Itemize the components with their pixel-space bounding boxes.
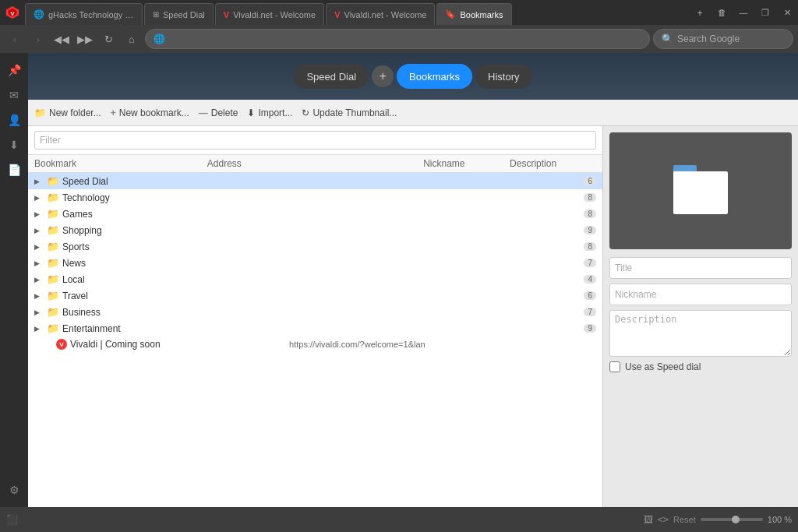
download-icon: ⬇ [247,107,255,118]
folder-icon: 📁 [47,273,59,285]
sidebar-icon-speeddial[interactable]: 📌 [3,59,25,81]
new-folder-button[interactable]: 📁 New folder... [34,107,101,118]
trash-icon[interactable]: 🗑 [711,2,733,23]
title-input[interactable] [609,257,792,279]
table-row[interactable]: ▶ 📁 Sports 8 [28,238,602,255]
main-layout: 📌 ✉ 👤 ⬇ 📄 ⚙ Speed Dial + Bookmarks Histo… [0,53,798,507]
bookmarks-toolbar: 📁 New folder... + New bookmark... — Dele… [28,100,798,126]
table-row[interactable]: ▶ 📁 Entertainment 9 [28,320,602,336]
tab-label: Vivaldi.net - Welcome [344,10,427,19]
status-icon-left: ⬛ [6,514,18,525]
bookmarks-panel: Bookmark Address Nickname Description ▶ … [28,126,798,507]
nickname-input[interactable] [609,284,792,305]
new-folder-label: New folder... [49,107,101,118]
speed-dial-check-label: Use as Speed dial [625,361,701,372]
table-row[interactable]: ▶ V Vivaldi | Coming soon https://vivald… [28,336,602,352]
expand-arrow-icon[interactable]: ▶ [34,276,44,284]
item-count: 8 [584,193,596,202]
bookmark-list: ▶ 📁 Speed Dial 6 ▶ 📁 Technology 8 [28,173,602,507]
table-row[interactable]: ▶ 📁 Speed Dial 6 [28,173,602,189]
update-thumbnail-button[interactable]: ↻ Update Thumbnail... [302,107,397,118]
expand-arrow-icon[interactable]: ▶ [34,178,44,185]
speed-dial-checkbox[interactable] [609,361,620,372]
tab-vivaldi-1[interactable]: V Vivaldi.net - Welcome [215,3,324,25]
search-bar[interactable]: 🔍 Search Google [653,29,793,49]
expand-arrow-icon[interactable]: ▶ [34,292,44,300]
zoom-slider[interactable] [701,518,763,521]
tab-vivaldi-2[interactable]: V Vivaldi.net - Welcome [326,3,435,25]
window-controls: — ❐ ✕ [733,2,798,23]
address-bar[interactable]: 🌐 [145,29,650,49]
sidebar-icon-contacts[interactable]: 👤 [3,109,25,131]
expand-arrow-icon[interactable]: ▶ [34,325,44,333]
tab-bookmark-icon: 🔖 [445,9,456,19]
import-button[interactable]: ⬇ Import... [247,107,292,118]
content-area: Speed Dial + Bookmarks History 📁 New fol… [28,53,798,507]
code-icon[interactable]: <> [658,514,669,525]
description-textarea[interactable] [609,310,792,357]
sidebar-icon-notes[interactable]: 📄 [3,159,25,181]
history-button[interactable]: History [475,64,531,89]
col-address: Address [207,158,423,169]
tab-label: Vivaldi.net - Welcome [233,10,316,19]
expand-arrow-icon[interactable]: ▶ [34,243,44,251]
image-icon[interactable]: 🖼 [644,514,653,525]
tab-bookmarks[interactable]: 🔖 Bookmarks [436,3,511,25]
reload-button[interactable]: ↻ [98,29,118,49]
back-button[interactable]: ‹ [5,29,25,49]
new-tab-button[interactable]: + [689,2,711,23]
sidebar-icon-mail[interactable]: ✉ [3,84,25,106]
delete-button[interactable]: — Delete [199,107,238,118]
folder-icon: 📁 [47,290,59,301]
filter-input[interactable] [34,131,596,150]
item-label: News [62,258,577,269]
expand-arrow-icon[interactable]: ▶ [34,194,44,202]
title-bar-left: V 🌐 gHacks Technology New... ⊞ Speed Dia… [0,0,689,25]
vivaldi-favicon: V [56,339,67,350]
svg-text:V: V [10,10,15,17]
expand-arrow-icon[interactable]: ▶ [34,308,44,316]
close-button[interactable]: ✕ [776,2,798,23]
tab-speed-dial[interactable]: ⊞ Speed Dial [144,3,214,25]
expand-arrow-icon[interactable]: ▶ [34,227,44,234]
restore-button[interactable]: ❐ [754,2,776,23]
item-label: Technology [62,192,577,203]
table-row[interactable]: ▶ 📁 Shopping 9 [28,222,602,238]
table-row[interactable]: ▶ 📁 Games 8 [28,206,602,222]
rewind-tab-button[interactable]: ◀◀ [51,29,72,49]
search-icon: 🔍 [662,33,673,44]
item-count: 9 [584,226,596,234]
home-button[interactable]: ⌂ [122,29,142,49]
table-row[interactable]: ▶ 📁 Business 7 [28,304,602,320]
zoom-bar [701,518,763,521]
table-row[interactable]: ▶ 📁 Local 4 [28,271,602,287]
tab-label: gHacks Technology New... [48,10,134,19]
sidebar-icon-settings[interactable]: ⚙ [3,479,25,501]
new-bookmark-button[interactable]: + New bookmark... [111,107,189,118]
status-bar: ⬛ 🖼 <> Reset 100 % [0,507,798,532]
tab-label: Speed Dial [163,10,205,19]
expand-arrow-icon[interactable]: ▶ [34,210,44,218]
bookmarks-button[interactable]: Bookmarks [397,64,472,89]
sidebar-icon-downloads[interactable]: ⬇ [3,134,25,156]
folder-icon: 📁 [47,322,59,334]
reset-label[interactable]: Reset [673,515,696,524]
tab-label: Bookmarks [460,10,503,19]
table-row[interactable]: ▶ 📁 News 7 [28,255,602,271]
minus-icon: — [199,107,208,118]
refresh-icon: ↻ [302,107,309,118]
plus-icon: + [111,107,116,118]
vivaldi-logo[interactable]: V [0,0,25,25]
item-label: Travel [62,291,577,301]
speed-dial-button[interactable]: Speed Dial [294,64,369,89]
speed-dial-plus-button[interactable]: + [372,65,394,87]
table-row[interactable]: ▶ 📁 Technology 8 [28,189,602,206]
forward-button[interactable]: › [28,29,48,49]
table-row[interactable]: ▶ 📁 Travel 6 [28,287,602,304]
folder-icon: 📁 [47,224,59,236]
fast-forward-tab-button[interactable]: ▶▶ [75,29,95,49]
minimize-button[interactable]: — [733,2,754,23]
tab-ghacks[interactable]: 🌐 gHacks Technology New... [25,3,143,25]
zoom-level: 100 % [768,515,792,524]
expand-arrow-icon[interactable]: ▶ [34,259,44,267]
